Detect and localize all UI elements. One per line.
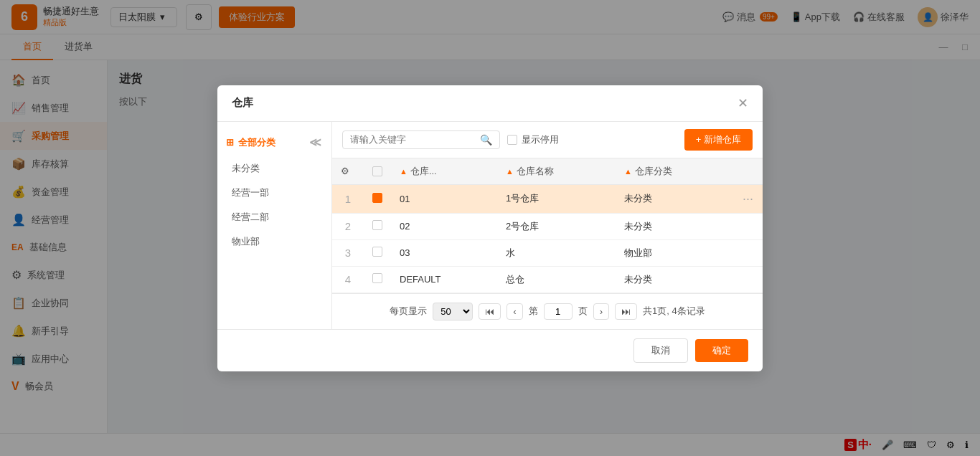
show-disabled-text: 显示停用 (522, 133, 559, 146)
search-box: 🔍 (342, 130, 500, 149)
cell-category: 未分类 (616, 184, 734, 213)
cell-name: 总仓 (497, 266, 616, 293)
per-page-select[interactable]: 50 100 (433, 303, 473, 320)
cell-code: 03 (391, 239, 497, 266)
table-row[interactable]: 1 01 1号仓库 未分类 ··· (332, 184, 763, 213)
cell-category: 未分类 (616, 213, 734, 239)
category-item-property[interactable]: 物业部 (217, 229, 331, 254)
category-header: ⊞ 全部分类 ≪ (217, 129, 331, 156)
cell-checkbox[interactable] (364, 213, 391, 239)
per-page-label: 每页显示 (390, 305, 427, 318)
cell-index: 3 (332, 239, 364, 266)
table-row[interactable]: 2 02 2号仓库 未分类 (332, 213, 763, 239)
cell-index: 2 (332, 213, 364, 239)
cell-more (734, 213, 763, 239)
col-code: ▲仓库... (391, 158, 497, 185)
pagination: 每页显示 50 100 ⏮ ‹ 第 页 › ⏭ 共1页, 4条记录 (332, 293, 763, 329)
category-item-uncategorized[interactable]: 未分类 (217, 156, 331, 181)
cell-code: 02 (391, 213, 497, 239)
cell-more (734, 266, 763, 293)
category-item-ops1[interactable]: 经营一部 (217, 181, 331, 205)
search-icon: 🔍 (480, 134, 492, 146)
cell-name: 1号仓库 (497, 184, 616, 213)
add-warehouse-btn[interactable]: + 新增仓库 (684, 129, 753, 151)
pg-total-info: 共1页, 4条记录 (643, 305, 705, 318)
category-panel: ⊞ 全部分类 ≪ 未分类 经营一部 经营二部 物业部 (217, 122, 332, 329)
col-category: ▲仓库分类 (616, 158, 734, 185)
cell-index: 4 (332, 266, 364, 293)
col-name: ▲仓库名称 (497, 158, 616, 185)
cancel-btn[interactable]: 取消 (633, 338, 688, 363)
cell-checkbox[interactable] (364, 239, 391, 266)
cell-checkbox[interactable] (364, 266, 391, 293)
modal-body: ⊞ 全部分类 ≪ 未分类 经营一部 经营二部 物业部 🔍 (217, 122, 763, 329)
show-disabled-label[interactable]: 显示停用 (507, 133, 559, 146)
table-header: ⚙ ▲仓库... ▲仓库名称 ▲仓库分类 (332, 158, 763, 185)
cell-checkbox[interactable] (364, 184, 391, 213)
table-body: 1 01 1号仓库 未分类 ··· 2 02 2号仓库 未分类 3 03 水 物… (332, 184, 763, 293)
pg-next-btn[interactable]: › (593, 303, 609, 320)
category-header-label: 全部分类 (238, 136, 275, 149)
category-item-ops2[interactable]: 经营二部 (217, 205, 331, 229)
pg-label: 第 (529, 305, 538, 318)
cell-index: 1 (332, 184, 364, 213)
modal-title: 仓库 (232, 96, 253, 110)
pg-suffix: 页 (578, 305, 588, 318)
data-table: ⚙ ▲仓库... ▲仓库名称 ▲仓库分类 1 (332, 158, 763, 293)
modal-footer: 取消 确定 (217, 329, 763, 371)
show-disabled-checkbox[interactable] (507, 135, 517, 145)
grid-icon: ⊞ (226, 137, 234, 148)
cell-name: 水 (497, 239, 616, 266)
col-actions (734, 158, 763, 185)
pg-first-btn[interactable]: ⏮ (479, 303, 501, 320)
cell-more: ··· (734, 184, 763, 213)
table-row[interactable]: 3 03 水 物业部 (332, 239, 763, 266)
table-panel: 🔍 显示停用 + 新增仓库 ⚙ (332, 122, 763, 329)
collapse-btn[interactable]: ≪ (307, 135, 323, 151)
table-toolbar: 🔍 显示停用 + 新增仓库 (332, 122, 763, 158)
cell-code: DEFAULT (391, 266, 497, 293)
pg-last-btn[interactable]: ⏭ (615, 303, 637, 320)
modal-overlay: 仓库 ✕ ⊞ 全部分类 ≪ 未分类 经营一部 经营二部 物业部 (0, 0, 980, 456)
pg-input[interactable] (544, 303, 573, 320)
modal-close-btn[interactable]: ✕ (738, 95, 748, 111)
cell-category: 物业部 (616, 239, 734, 266)
cell-more (734, 239, 763, 266)
pg-prev-btn[interactable]: ‹ (507, 303, 522, 320)
col-gear: ⚙ (332, 158, 364, 185)
col-checkbox (364, 158, 391, 185)
cell-code: 01 (391, 184, 497, 213)
modal-header: 仓库 ✕ (217, 85, 763, 122)
cell-name: 2号仓库 (497, 213, 616, 239)
confirm-btn[interactable]: 确定 (695, 339, 748, 362)
cell-category: 未分类 (616, 266, 734, 293)
search-input[interactable] (350, 134, 480, 145)
warehouse-modal: 仓库 ✕ ⊞ 全部分类 ≪ 未分类 经营一部 经营二部 物业部 (217, 85, 763, 371)
table-row[interactable]: 4 DEFAULT 总仓 未分类 (332, 266, 763, 293)
